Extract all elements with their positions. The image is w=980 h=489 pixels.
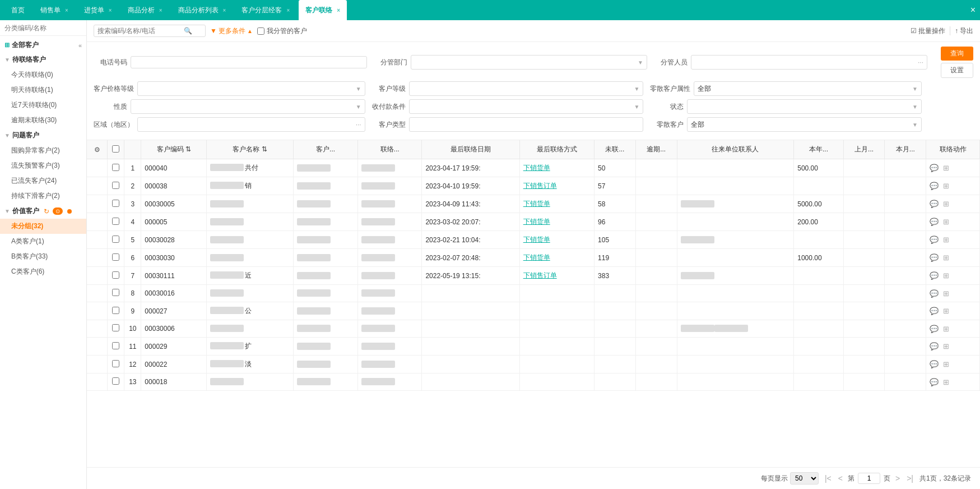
nav-product-analysis-list[interactable]: 商品分析列表 ×	[171, 0, 233, 20]
comment-icon[interactable]: 💬	[930, 342, 939, 350]
sidebar-item-class-c[interactable]: C类客户(6)	[0, 264, 86, 279]
all-customers-header[interactable]: ⊞ 全部客户 «	[0, 36, 86, 52]
close-segment-icon[interactable]: ×	[286, 7, 290, 13]
sidebar-item-abnormal[interactable]: 囤购异常客户(2)	[0, 143, 86, 158]
nav-home[interactable]: 首页	[4, 0, 31, 20]
department-select[interactable]: ▼	[411, 55, 647, 70]
dots-icon-2[interactable]: ···	[356, 121, 361, 128]
my-customer-checkbox[interactable]: 我分管的客户	[257, 26, 307, 36]
td-checkbox[interactable]	[108, 320, 124, 338]
sidebar-item-overdue-pending[interactable]: 逾期未联络(30)	[0, 113, 86, 128]
comment-icon[interactable]: 💬	[930, 307, 939, 315]
grid-action-icon[interactable]: ⊞	[943, 271, 949, 280]
customer-level-select[interactable]: ▼	[409, 81, 644, 96]
grid-action-icon[interactable]: ⊞	[943, 182, 949, 190]
manager-select[interactable]: ···	[691, 55, 927, 70]
next-page-btn[interactable]: >	[894, 474, 902, 483]
last-page-btn[interactable]: >|	[905, 474, 915, 483]
refresh-icon[interactable]: ↻	[44, 207, 49, 215]
phone-input[interactable]	[131, 56, 367, 68]
comment-icon[interactable]: 💬	[930, 378, 939, 386]
nav-purchase[interactable]: 进货单 ×	[77, 0, 119, 20]
comment-icon[interactable]: 💬	[930, 271, 939, 280]
search-input[interactable]	[97, 27, 182, 35]
th-code[interactable]: 客户编码 ⇅	[141, 140, 207, 159]
sidebar-group-pending[interactable]: ▼ 待联络客户	[0, 52, 86, 67]
region-select[interactable]: ···	[137, 117, 365, 132]
page-size-select[interactable]: 50 100 200	[790, 472, 819, 485]
sidebar-item-today-pending[interactable]: 今天待联络(0)	[0, 67, 86, 82]
search-icon[interactable]: 🔍	[184, 27, 192, 35]
td-checkbox[interactable]	[108, 356, 124, 373]
grid-action-icon[interactable]: ⊞	[943, 253, 949, 262]
close-purchase-icon[interactable]: ×	[109, 7, 112, 13]
status-select[interactable]: ▼	[687, 99, 922, 114]
sidebar-item-tomorrow-pending[interactable]: 明天待联络(1)	[0, 82, 86, 98]
td-checkbox[interactable]	[108, 285, 124, 302]
retail-attr-select[interactable]: 全部▼	[694, 81, 922, 96]
comment-icon[interactable]: 💬	[930, 253, 939, 262]
prev-page-btn[interactable]: <	[837, 474, 844, 483]
reset-button[interactable]: 设置	[941, 63, 973, 78]
grid-action-icon[interactable]: ⊞	[943, 218, 949, 226]
comment-icon[interactable]: 💬	[930, 182, 939, 190]
payment-select[interactable]: ▼	[409, 99, 644, 114]
comment-icon[interactable]: 💬	[930, 236, 939, 244]
close-product-analysis-icon[interactable]: ×	[159, 7, 162, 13]
export-btn[interactable]: ↑ 导出	[955, 26, 973, 36]
grid-action-icon[interactable]: ⊞	[943, 200, 949, 208]
sidebar-item-declining[interactable]: 持续下滑客户(2)	[0, 188, 86, 204]
sidebar-collapse-icon[interactable]: «	[78, 42, 82, 49]
grid-action-icon[interactable]: ⊞	[943, 307, 949, 315]
query-button[interactable]: 查询	[941, 47, 973, 61]
sidebar-item-week-pending[interactable]: 近7天待联络(0)	[0, 98, 86, 113]
sidebar-item-class-a[interactable]: A类客户(1)	[0, 234, 86, 249]
sidebar-item-ungroup[interactable]: 未分组(32)	[0, 219, 86, 234]
nav-customer-contact[interactable]: 客户联络 ×	[299, 0, 347, 20]
sidebar-group-value[interactable]: ▼ 价值客户 ↻ ⊙	[0, 204, 86, 219]
comment-icon[interactable]: 💬	[930, 360, 939, 368]
nature-select[interactable]: ▼	[131, 99, 365, 114]
grid-action-icon[interactable]: ⊞	[943, 360, 949, 368]
nav-product-analysis[interactable]: 商品分析 ×	[121, 0, 169, 20]
close-all-tabs-icon[interactable]: ×	[970, 5, 976, 15]
sidebar-item-class-b[interactable]: B类客户(33)	[0, 249, 86, 264]
grid-action-icon[interactable]: ⊞	[943, 342, 949, 350]
td-checkbox[interactable]	[108, 177, 124, 195]
grid-action-icon[interactable]: ⊞	[943, 289, 949, 298]
grid-action-icon[interactable]: ⊞	[943, 236, 949, 244]
th-settings[interactable]: ⚙	[87, 140, 108, 159]
grid-action-icon[interactable]: ⊞	[943, 378, 949, 386]
td-checkbox[interactable]	[108, 302, 124, 320]
comment-icon[interactable]: 💬	[930, 200, 939, 208]
price-level-select[interactable]: ▼	[137, 81, 365, 96]
nav-sales[interactable]: 销售单 ×	[34, 0, 75, 20]
batch-operation-btn[interactable]: ☑ 批量操作	[911, 26, 945, 36]
my-customer-check[interactable]	[257, 27, 264, 35]
dots-icon[interactable]: ···	[918, 58, 923, 66]
select-all-checkbox[interactable]	[112, 145, 119, 153]
comment-icon[interactable]: 💬	[930, 164, 939, 172]
grid-action-icon[interactable]: ⊞	[943, 325, 949, 333]
td-checkbox[interactable]	[108, 267, 124, 285]
td-checkbox[interactable]	[108, 249, 124, 267]
td-checkbox[interactable]	[108, 338, 124, 356]
first-page-btn[interactable]: |<	[823, 474, 833, 483]
comment-icon[interactable]: 💬	[930, 325, 939, 333]
more-conditions-btn[interactable]: ▼ 更多条件 ▲	[210, 26, 253, 36]
td-checkbox[interactable]	[108, 373, 124, 391]
td-checkbox[interactable]	[108, 213, 124, 231]
td-checkbox[interactable]	[108, 195, 124, 213]
comment-icon[interactable]: 💬	[930, 218, 939, 226]
sidebar-group-problem[interactable]: ▼ 问题客户	[0, 128, 86, 143]
sidebar-item-churned[interactable]: 已流失客户(24)	[0, 173, 86, 188]
sidebar-search-input[interactable]	[4, 24, 87, 32]
grid-action-icon[interactable]: ⊞	[943, 164, 949, 172]
retail-customer-select[interactable]: 全部▼	[687, 117, 922, 132]
td-checkbox[interactable]	[108, 231, 124, 249]
current-page-input[interactable]	[858, 473, 880, 484]
nav-customer-segment[interactable]: 客户分层经客 ×	[235, 0, 296, 20]
customer-type-select[interactable]	[409, 117, 644, 132]
td-checkbox[interactable]	[108, 159, 124, 177]
comment-icon[interactable]: 💬	[930, 289, 939, 298]
